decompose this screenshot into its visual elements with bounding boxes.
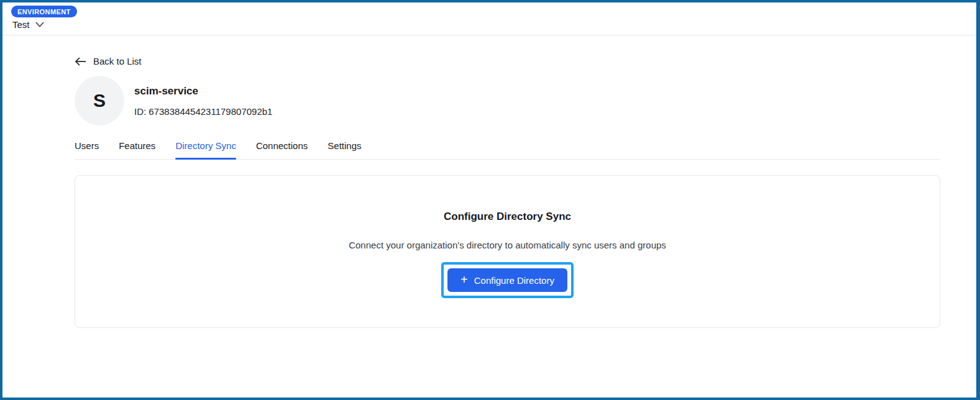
- environment-selector[interactable]: Test: [11, 19, 44, 30]
- chevron-down-icon: [35, 22, 44, 27]
- card-subtitle: Connect your organization's directory to…: [349, 240, 666, 250]
- environment-topbar: ENVIRONMENT Test: [2, 2, 976, 35]
- directory-sync-card: Configure Directory Sync Connect your or…: [75, 175, 940, 328]
- tab-connections[interactable]: Connections: [256, 140, 308, 159]
- tab-users[interactable]: Users: [75, 140, 99, 159]
- configure-directory-button-label: Configure Directory: [474, 275, 554, 286]
- main-area: Back to List S scim-service ID: 67383844…: [2, 35, 976, 328]
- arrow-left-icon: [75, 57, 86, 66]
- environment-name-label: Test: [12, 19, 30, 30]
- card-title: Configure Directory Sync: [444, 211, 571, 223]
- page-title: scim-service: [134, 85, 272, 98]
- tab-features[interactable]: Features: [119, 140, 155, 159]
- app-frame: ENVIRONMENT Test Back to List: [0, 0, 980, 400]
- entity-info: scim-service ID: 6738384454231179807092b…: [134, 85, 272, 117]
- content-container: Back to List S scim-service ID: 67383844…: [75, 35, 940, 328]
- tab-bar: Users Features Directory Sync Connection…: [75, 140, 940, 160]
- back-to-list-label: Back to List: [93, 56, 142, 66]
- tab-settings[interactable]: Settings: [327, 140, 361, 159]
- back-to-list-link[interactable]: Back to List: [75, 56, 142, 66]
- configure-directory-button[interactable]: + Configure Directory: [447, 268, 567, 292]
- avatar: S: [75, 76, 124, 125]
- plus-icon: +: [460, 273, 468, 286]
- entity-id: ID: 6738384454231179807092b1: [134, 106, 272, 117]
- click-highlight-annotation: + Configure Directory: [441, 262, 574, 298]
- tab-directory-sync[interactable]: Directory Sync: [175, 140, 236, 159]
- environment-badge: ENVIRONMENT: [11, 6, 77, 17]
- entity-header: S scim-service ID: 673838445423117980709…: [75, 76, 940, 125]
